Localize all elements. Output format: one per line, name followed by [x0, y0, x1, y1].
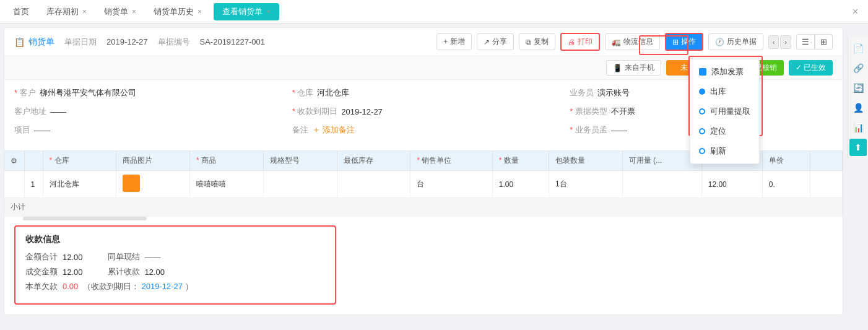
date-value: 2019-12-27 — [106, 37, 148, 46]
window-close-button[interactable]: × — [848, 4, 863, 20]
history-button[interactable]: 🕐 历史单据 — [708, 33, 763, 50]
subtotal-row: 小计 — [4, 198, 843, 217]
tab-view-close[interactable]: × — [266, 7, 271, 16]
view-toggle: ☰ ⊞ — [796, 34, 833, 50]
number-value: SA-20191227-001 — [200, 37, 266, 46]
tab-view[interactable]: 查看销货单 × — [214, 3, 279, 20]
doc-icon: 📋 — [14, 37, 25, 47]
copy-icon: ⧉ — [526, 38, 531, 46]
grid-view-button[interactable]: ⊞ — [815, 34, 833, 50]
col-min-stock: 最低库存 — [337, 151, 410, 171]
staff-label: 业务员 — [570, 87, 594, 98]
address-label: 客户地址 — [14, 106, 46, 117]
doc-actions: + 新增 ↗ 分享 ⧉ 复制 🖨 打印 🚛 物流信息 — [436, 33, 833, 51]
add-note-btn[interactable]: ＋ 添加备注 — [312, 124, 355, 136]
total-received-value: 12.00 — [145, 267, 165, 277]
operations-button[interactable]: ⊞ 操作 — [665, 33, 703, 51]
available-take-item[interactable]: 可用量提取 — [690, 102, 759, 121]
date-label: 单据日期 — [64, 37, 97, 48]
new-button[interactable]: + 新增 — [436, 33, 471, 50]
col-gear[interactable]: ⚙ — [4, 151, 24, 171]
address-field: 客户地址 —— — [14, 106, 277, 117]
horizontal-scrollbar[interactable] — [23, 217, 147, 220]
tab-inventory-close[interactable]: × — [82, 7, 87, 16]
tab-inventory[interactable]: 库存期初 × — [38, 0, 95, 24]
project-value: —— — [34, 126, 50, 135]
next-button[interactable]: › — [780, 35, 791, 49]
add-invoice-item[interactable]: 添加发票 — [690, 62, 759, 82]
payment-info-title: 收款信息 — [25, 234, 325, 245]
sidebar-refresh-icon[interactable]: 🔄 — [849, 79, 867, 97]
prev-button[interactable]: ‹ — [768, 35, 779, 49]
sidebar-doc-icon[interactable]: 📄 — [849, 40, 867, 57]
same-order-item: 同单现结 —— — [108, 251, 161, 263]
copy-button[interactable]: ⧉ 复制 — [519, 33, 555, 50]
list-view-button[interactable]: ☰ — [796, 34, 815, 50]
tab-sales-close[interactable]: × — [132, 7, 136, 16]
deal-amount-label: 成交金额 — [25, 266, 58, 277]
effected-button[interactable]: ✓ 已生效 — [789, 60, 833, 76]
current-owe-item: 本单欠款 0.00 （收款到期日： 2019-12-27 ） — [25, 281, 193, 292]
project-field: 项目 —— — [14, 124, 277, 136]
available-icon — [699, 108, 705, 115]
print-button[interactable]: 🖨 打印 — [560, 33, 600, 51]
nav-arrows: ‹ › — [768, 35, 791, 49]
warehouse-field: 仓库 河北仓库 — [292, 87, 555, 98]
truck-icon: 🚛 — [612, 38, 621, 46]
col-price: 单价 — [762, 151, 810, 171]
share-button[interactable]: ↗ 分享 — [477, 33, 514, 50]
outbound-item[interactable]: 出库 — [690, 82, 759, 102]
tab-home[interactable]: 首页 — [5, 0, 37, 24]
staff2-label: 业务员孟 — [570, 124, 607, 136]
row-product: 嘻嘻嘻嘻 — [190, 171, 264, 198]
staff-value: 演示账号 — [597, 87, 630, 98]
total-amount-value: 12.00 — [63, 253, 83, 262]
due-date-value: 2019-12-27 — [142, 282, 183, 291]
payment-date-field: 收款到期日 2019-12-27 — [292, 106, 555, 117]
row-available — [622, 171, 701, 198]
warehouse-label: 仓库 — [292, 87, 314, 98]
subtotal-label: 小计 — [4, 198, 843, 217]
info-row-3: 本单欠款 0.00 （收款到期日： 2019-12-27 ） — [25, 281, 325, 292]
tab-bar: 首页 库存期初 × 销货单 × 销货单历史 × 查看销货单 × × — [0, 0, 868, 24]
payment-info-box: 收款信息 金额合计 12.00 同单现结 —— 成交金额 12.00 累计收款 — [14, 225, 336, 305]
phone-icon: 📱 — [613, 64, 622, 72]
product-image — [123, 175, 140, 192]
row-pack-qty: 1台 — [549, 171, 623, 198]
deal-amount-item: 成交金额 12.00 — [25, 266, 83, 277]
row-gear — [4, 171, 24, 198]
row-spec — [263, 171, 337, 198]
share-icon: ↗ — [484, 38, 490, 46]
add-invoice-icon — [699, 68, 706, 76]
row-price: 0. — [762, 171, 810, 198]
deal-amount-value: 12.00 — [63, 267, 83, 277]
customer-value: 柳州粤港平安气体有限公司 — [40, 87, 136, 98]
from-phone-button[interactable]: 📱 来自手机 — [606, 60, 661, 76]
logistics-button[interactable]: 🚛 物流信息 — [605, 33, 660, 50]
col-quantity: 数量 — [492, 151, 549, 171]
sidebar-expand-icon[interactable]: ⬆ — [849, 139, 867, 156]
row-current: 12.00 — [701, 171, 762, 198]
doc-title-text: 销货单 — [28, 37, 54, 48]
refresh-item[interactable]: 刷新 — [690, 141, 759, 161]
tab-history-close[interactable]: × — [197, 7, 202, 16]
current-owe-label: 本单欠款 — [25, 281, 58, 292]
print-icon: 🖨 — [568, 38, 575, 46]
row-min-stock — [337, 171, 410, 198]
col-image: 商品图片 — [116, 151, 190, 171]
current-owe-value: 0.00 （收款到期日： 2019-12-27 ） — [63, 281, 193, 292]
same-order-value: —— — [145, 253, 161, 262]
project-label: 项目 — [14, 124, 30, 136]
row-warehouse: 河北仓库 — [43, 171, 116, 198]
sidebar-user-icon[interactable]: 👤 — [849, 99, 867, 116]
warehouse-value: 河北仓库 — [317, 87, 349, 98]
tab-sales[interactable]: 销货单 × — [96, 0, 144, 24]
outbound-icon — [699, 89, 705, 95]
note-label: 备注 — [292, 124, 308, 136]
sidebar-link-icon[interactable]: 🔗 — [849, 59, 867, 77]
sidebar-chart-icon[interactable]: 📊 — [849, 119, 867, 136]
tab-history[interactable]: 销货单历史 × — [145, 0, 210, 24]
total-amount-label: 金额合计 — [25, 251, 58, 263]
col-more — [810, 151, 843, 171]
position-item[interactable]: 定位 — [690, 121, 759, 141]
